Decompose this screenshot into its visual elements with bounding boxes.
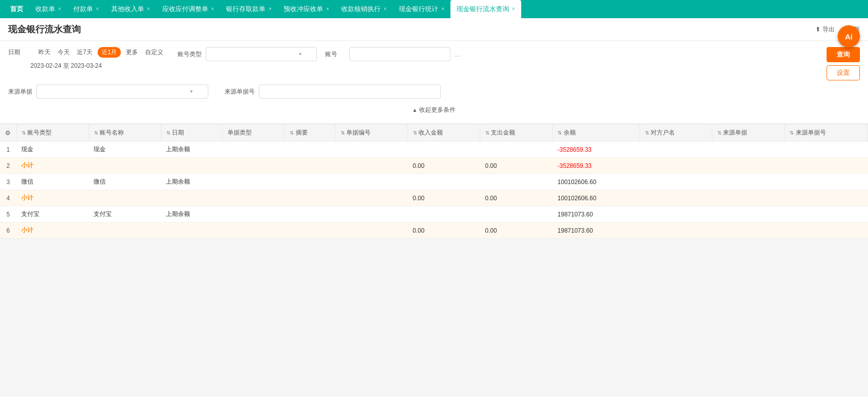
nav-close-stats[interactable]: × — [441, 0, 444, 18]
cell-source-doc — [712, 190, 785, 206]
nav-close-verify[interactable]: × — [384, 0, 387, 18]
source-doc-chevron-icon: ▼ — [189, 89, 194, 94]
query-button[interactable]: 查询 — [827, 47, 860, 62]
col-account-type[interactable]: ⇅ 账号类型 — [16, 124, 88, 142]
nav-item-payment[interactable]: 付款单 × — [67, 0, 105, 18]
col-income[interactable]: ⇅ 收入金额 — [407, 124, 480, 142]
nav-close-flow-query[interactable]: × — [512, 0, 515, 18]
nav-label-payment: 付款单 — [73, 0, 93, 18]
cell-income: 0.00 — [407, 190, 480, 206]
nav-item-stats[interactable]: 现金银行统计 × — [393, 0, 450, 18]
cell-source-doc — [712, 206, 785, 223]
cell-counterparty — [639, 223, 712, 239]
cell-summary — [285, 223, 335, 239]
source-doc-num-label: 来源单据号 — [224, 87, 255, 96]
cell-income: 0.00 — [407, 223, 480, 239]
col-account-name[interactable]: ⇅ 账号名称 — [88, 124, 161, 142]
nav-close-payment[interactable]: × — [96, 0, 99, 18]
nav-item-flow-query[interactable]: 现金银行流水查询 × — [450, 0, 521, 18]
nav-item-other-income[interactable]: 其他收入单 × — [105, 0, 156, 18]
account-label: 账号 — [325, 50, 345, 59]
cell-doc-no — [335, 174, 407, 190]
cell-summary — [285, 158, 335, 174]
cell-counterparty — [639, 142, 712, 158]
cell-row-num: 6 — [0, 223, 16, 239]
nav-item-home[interactable]: 首页 — [4, 0, 29, 18]
source-doc-select[interactable]: ▼ — [36, 84, 208, 99]
cell-doc-no — [335, 142, 407, 158]
col-doc-type[interactable]: 单据类型 — [222, 124, 285, 142]
cell-counterparty — [639, 206, 712, 223]
cell-source-doc — [712, 174, 785, 190]
nav-label-receipt: 收款单 — [35, 0, 55, 18]
nav-label-ar-ap-adjust: 应收应付调整单 — [162, 0, 208, 18]
nav-close-ar-ap-adjust[interactable]: × — [211, 0, 214, 18]
nav-item-ar-ap-adjust[interactable]: 应收应付调整单 × — [156, 0, 220, 18]
nav-label-verify: 收款核销执行 — [341, 0, 381, 18]
nav-item-prepay[interactable]: 预收冲应收单 × — [278, 0, 335, 18]
col-date[interactable]: ⇅ 日期 — [161, 124, 222, 142]
cell-doc-type — [222, 223, 285, 239]
ai-button[interactable]: Ai — [838, 25, 860, 48]
source-doc-num-input[interactable] — [259, 84, 441, 99]
account-dots-button[interactable]: ... — [454, 50, 461, 58]
date-opt-more[interactable]: 更多 — [124, 47, 140, 58]
account-input[interactable] — [349, 47, 450, 61]
nav-item-bank-deposit[interactable]: 银行存取款单 × — [220, 0, 278, 18]
collapse-bar[interactable]: ▲ 收起更多条件 — [8, 103, 860, 117]
account-type-label: 账号类型 — [177, 50, 202, 59]
date-filter-label: 日期 — [8, 48, 28, 57]
cell-row-num: 5 — [0, 206, 16, 223]
export-button[interactable]: ⬆ 导出 — [815, 25, 835, 34]
cell-date: 上期余额 — [161, 174, 222, 190]
date-opt-week[interactable]: 近7天 — [75, 47, 95, 58]
cell-account-type: 小计 — [16, 158, 88, 174]
col-source-doc[interactable]: ⇅ 来源单据 — [712, 124, 785, 142]
nav-item-verify[interactable]: 收款核销执行 × — [335, 0, 393, 18]
cell-account-name: 现金 — [88, 142, 161, 158]
nav-label-bank-deposit: 银行存取款单 — [226, 0, 265, 18]
setting-button[interactable]: 设置 — [827, 65, 860, 80]
cell-expense: 0.00 — [480, 223, 553, 239]
cell-income — [407, 142, 480, 158]
cell-doc-no — [335, 206, 407, 223]
table-settings-icon[interactable]: ⚙ — [0, 124, 16, 142]
date-opt-today[interactable]: 今天 — [56, 47, 72, 58]
cell-doc-no — [335, 190, 407, 206]
cell-expense: 0.00 — [480, 158, 553, 174]
cell-source-doc-no — [785, 190, 868, 206]
col-doc-no[interactable]: ⇅ 单据编号 — [335, 124, 407, 142]
account-type-select[interactable]: ▼ — [206, 47, 317, 61]
cell-expense: 0.00 — [480, 190, 553, 206]
cell-source-doc-no — [785, 206, 868, 223]
col-summary[interactable]: ⇅ 摘要 — [285, 124, 335, 142]
page-header: 现金银行流水查询 ⬆ 导出 ↺ 刷新 — [0, 18, 868, 41]
cell-source-doc-no — [785, 158, 868, 174]
cell-source-doc — [712, 158, 785, 174]
col-balance[interactable]: ⇅ 余额 — [553, 124, 639, 142]
nav-close-prepay[interactable]: × — [326, 0, 329, 18]
date-opt-month[interactable]: 近1月 — [98, 47, 121, 58]
col-expense[interactable]: ⇅ 支出金额 — [480, 124, 553, 142]
nav-close-other-income[interactable]: × — [147, 0, 150, 18]
cell-date — [161, 190, 222, 206]
cell-source-doc — [712, 223, 785, 239]
nav-label-other-income: 其他收入单 — [111, 0, 144, 18]
cell-summary — [285, 206, 335, 223]
date-opt-custom[interactable]: 自定义 — [143, 47, 165, 58]
cell-balance: 100102606.60 — [553, 174, 639, 190]
cell-counterparty — [639, 174, 712, 190]
nav-label-home: 首页 — [10, 0, 23, 18]
date-opt-yesterday[interactable]: 昨天 — [36, 47, 53, 58]
nav-close-receipt[interactable]: × — [58, 0, 61, 18]
nav-close-bank-deposit[interactable]: × — [268, 0, 271, 18]
cell-counterparty — [639, 190, 712, 206]
date-options: 昨天 今天 近7天 近1月 更多 自定义 — [36, 47, 165, 58]
col-counterparty[interactable]: ⇅ 对方户名 — [639, 124, 712, 142]
nav-label-prepay: 预收冲应收单 — [284, 0, 323, 18]
page-title: 现金银行流水查询 — [8, 23, 81, 35]
cell-balance: 100102606.60 — [553, 190, 639, 206]
cell-account-type: 微信 — [16, 174, 88, 190]
col-source-doc-no[interactable]: ⇅ 来源单据号 — [785, 124, 868, 142]
nav-item-receipt[interactable]: 收款单 × — [29, 0, 67, 18]
